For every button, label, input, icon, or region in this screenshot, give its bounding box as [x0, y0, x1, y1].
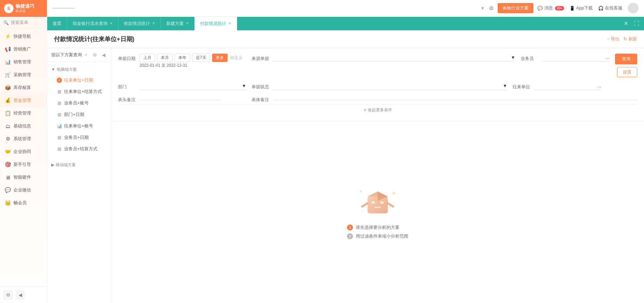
date-btn-more[interactable]: 更多: [212, 54, 228, 62]
export-btn[interactable]: ↑ 导出: [607, 36, 620, 42]
schema-item-partner-account[interactable]: 📊往来单位+账号: [47, 120, 111, 132]
message-btn[interactable]: 💬 消息 99+: [537, 5, 564, 11]
sidebar-label-sales: 销售管理: [13, 59, 31, 65]
sidebar-icon-guide: 🎯: [5, 161, 11, 168]
schema-item-staff-date[interactable]: ▦业务员+日期: [47, 132, 111, 143]
sidebar-search[interactable]: 🔍 搜索菜单: [0, 17, 47, 29]
right-panel: 单据日期 上月 本月 本年 近7天 更多 自定义 2022-01-01 至 20…: [111, 48, 644, 303]
partner-select[interactable]: …: [534, 82, 602, 90]
schema-item-dept-date[interactable]: ▦部门+日期: [47, 109, 111, 120]
sidebar-item-member[interactable]: 👑 畅会员: [0, 196, 47, 209]
schema-icon-staff-account: ▦: [57, 100, 62, 106]
empty-state: 1 请先选择要分析的方案 2 用过滤条件来缩小分析范围: [111, 121, 644, 303]
sidebar-label-wechat: 企业微信: [13, 187, 31, 193]
main-layout: 按以下方案查询 ＋ ⚙ ◀ ▼ 电脑端方案 ✓往来单位+日期▦往来单位+结算方式…: [47, 48, 644, 303]
svg-point-8: [360, 190, 362, 192]
schema-item-partner-settlement[interactable]: ▦往来单位+结算方式: [47, 86, 111, 97]
dropdown-arrow[interactable]: ▼: [480, 6, 485, 11]
empty-illustration: [357, 185, 398, 218]
main-area: ━━━━━━━━ ▼ ⚙ 体验行业方案 💬 消息 99+ 📱 App下载 🎧 在…: [47, 0, 644, 303]
sidebar-icon-inventory: 📦: [5, 85, 11, 91]
sidebar-item-operation[interactable]: 📋 经营管理: [0, 107, 47, 120]
app-download-btn[interactable]: 📱 App下载: [569, 5, 593, 11]
sidebar-label-enterprise: 企业协同: [13, 149, 31, 155]
tabs-close-all-btn[interactable]: ✕: [622, 20, 630, 28]
sidebar-item-system[interactable]: ⚙ 系统管理: [0, 132, 47, 145]
page-title: 付款情况统计(往来单位+日期): [54, 35, 135, 43]
mobile-section-toggle[interactable]: ▶ 移动端方案: [47, 160, 111, 170]
sidebar-logo: 6 畅捷通巧 标准版: [0, 0, 47, 17]
tab-receipts-stats[interactable]: 收款情况统计✕: [118, 17, 161, 30]
refresh-btn[interactable]: ↻ 刷新: [623, 36, 637, 42]
tab-close-payment-stats[interactable]: ✕: [228, 21, 231, 26]
query-btn[interactable]: 查询: [615, 54, 637, 64]
schema-item-staff-settlement[interactable]: ▦业务员+结算方式: [47, 143, 111, 155]
sidebar-label-capital: 资金管理: [13, 97, 31, 103]
sidebar-item-basic[interactable]: 🗂 基础信息: [0, 120, 47, 132]
tab-new-schema[interactable]: 新建方案✕: [161, 17, 195, 30]
sidebar-footer-settings[interactable]: ⚙: [3, 290, 13, 300]
sidebar-item-quick-nav[interactable]: ⚡ 快捷导航: [0, 30, 47, 43]
empty-hint-2: 2 用过滤条件来缩小分析范围: [347, 233, 408, 239]
schema-label-partner-settlement: 往来单位+结算方式: [64, 89, 102, 95]
sidebar-icon-enterprise: 🤝: [5, 149, 11, 155]
chevron-right-icon: ▶: [51, 162, 54, 167]
sidebar-item-hardware[interactable]: 🖥 智能硬件: [0, 171, 47, 184]
schema-item-staff-account[interactable]: ▦业务员+账号: [47, 97, 111, 109]
source-label: 来源单据: [252, 54, 270, 62]
app-edition: 标准版: [16, 9, 34, 13]
tab-home[interactable]: 首页: [47, 17, 67, 30]
sidebar-label-purchase: 采购管理: [13, 72, 31, 78]
tabs-bar: 首页现金银行流水查询✕收款情况统计✕新建方案✕付款情况统计✕ ✕ ⛶: [47, 17, 644, 30]
refresh-icon: ↻: [623, 36, 627, 41]
staff-dropdown-icon: …: [605, 55, 610, 60]
sidebar-item-capital[interactable]: 💰 资金管理: [0, 94, 47, 107]
collapse-conditions-btn[interactable]: ∧ 收起更多条件: [118, 104, 637, 116]
user-avatar[interactable]: [628, 3, 639, 13]
sidebar-label-member: 畅会员: [13, 200, 27, 206]
edit-schema-btn[interactable]: ⚙: [91, 52, 98, 58]
svg-point-9: [392, 192, 395, 194]
sidebar-item-enterprise[interactable]: 🤝 企业协同: [0, 145, 47, 158]
sidebar-label-system: 系统管理: [13, 136, 31, 142]
dept-select[interactable]: ▼: [140, 82, 246, 90]
tab-close-new-schema[interactable]: ✕: [186, 21, 189, 26]
date-options: 上月 本月 本年 近7天 更多 自定义: [140, 54, 243, 62]
tab-close-bank-flow[interactable]: ✕: [110, 21, 113, 26]
schema-item-partner-date[interactable]: ✓往来单位+日期: [47, 74, 111, 86]
date-btn-last-month[interactable]: 上月: [140, 54, 155, 62]
sidebar-footer-collapse[interactable]: ◀: [16, 290, 25, 300]
online-service-btn[interactable]: 🎧 在线客服: [598, 5, 622, 11]
date-range: 2022-01-01 至 2022-12-31: [140, 63, 243, 68]
dept-label: 部门: [118, 82, 137, 90]
desktop-section-toggle[interactable]: ▼ 电脑端方案: [47, 65, 111, 74]
sidebar-item-guide[interactable]: 🎯 新手引导: [0, 158, 47, 171]
body-note-input[interactable]: [273, 97, 637, 100]
message-icon: 💬: [537, 6, 543, 11]
chevron-down-icon: ▼: [51, 67, 55, 72]
industry-btn[interactable]: 体验行业方案: [498, 3, 533, 13]
topbar-settings-icon[interactable]: ⚙: [489, 5, 494, 11]
sidebar-item-marketing[interactable]: 📢 营销推广: [0, 43, 47, 56]
doc-status-select[interactable]: ▼: [273, 82, 507, 90]
svg-line-7: [388, 203, 393, 207]
sidebar-icon-capital: 💰: [5, 97, 11, 103]
tabs-maximize-btn[interactable]: ⛶: [633, 20, 641, 28]
source-select[interactable]: ▼: [273, 54, 515, 62]
staff-select[interactable]: …: [542, 54, 610, 62]
sidebar-label-quick-nav: 快捷导航: [13, 33, 31, 39]
collapse-panel-btn[interactable]: ◀: [100, 52, 107, 58]
sidebar-item-inventory[interactable]: 📦 库存核算: [0, 81, 47, 94]
sidebar-item-wechat[interactable]: 💬 企业微信: [0, 184, 47, 196]
date-btn-this-year[interactable]: 本年: [175, 54, 190, 62]
add-schema-btn[interactable]: ＋: [83, 52, 89, 58]
tab-bank-flow[interactable]: 现金银行流水查询✕: [67, 17, 118, 30]
tab-close-receipts-stats[interactable]: ✕: [152, 21, 155, 26]
tab-payment-stats[interactable]: 付款情况统计✕: [195, 17, 237, 30]
sidebar-item-purchase[interactable]: 🛒 采购管理: [0, 68, 47, 81]
settings-btn[interactable]: 设置: [617, 67, 637, 77]
date-btn-this-month[interactable]: 本月: [157, 54, 173, 62]
date-btn-7days[interactable]: 近7天: [192, 54, 210, 62]
header-note-input[interactable]: [140, 97, 221, 100]
sidebar-item-sales[interactable]: 📊 销售管理: [0, 56, 47, 68]
